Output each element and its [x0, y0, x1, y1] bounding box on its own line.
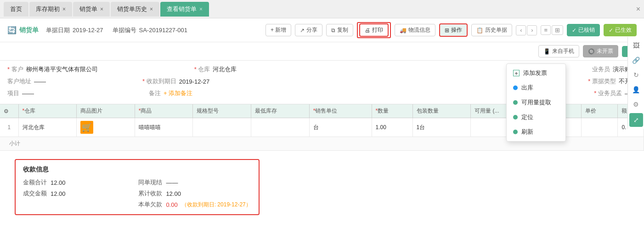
total-amount-value: 12.00 [51, 179, 66, 186]
tab-sales-history[interactable]: 销货单历史 × [111, 2, 159, 17]
tab-inventory-init[interactable]: 库存期初 × [29, 2, 72, 17]
tab-sales-close[interactable]: × [100, 6, 103, 12]
rotate-panel-button[interactable]: ↻ [629, 68, 643, 82]
new-button[interactable]: + 新增 [266, 24, 291, 36]
tab-bar: 首页 库存期初 × 销货单 × 销货单历史 × 查看销货单 × × [0, 0, 644, 18]
col-image: 商品图片 [77, 104, 135, 118]
warehouse-out-item[interactable]: 出库 [507, 80, 565, 95]
tab-sales-order[interactable]: 销货单 × [73, 2, 110, 17]
customer-label: 客户 [7, 65, 23, 74]
cell-unit-price [581, 118, 618, 137]
remark-field: 备注 + 添加备注 [149, 89, 192, 97]
expand-panel-button[interactable]: ⤢ [629, 113, 643, 127]
address-value: —— [34, 78, 46, 85]
tab-view-sales[interactable]: 查看销货单 × [160, 2, 209, 17]
total-amount-row: 金额合计 12.00 [23, 178, 136, 187]
staff-label: 业务员 [592, 65, 610, 74]
total-amount-label: 金额合计 [23, 178, 47, 187]
doc-type-label: 销货单 [19, 26, 39, 34]
address-field: 客户地址 —— [7, 77, 46, 85]
col-settings[interactable]: ⚙ [0, 104, 18, 118]
print-highlight: 🖨 打印 [357, 22, 391, 38]
link-panel-button[interactable]: 🔗 [629, 53, 643, 67]
add-invoice-icon: + [513, 70, 520, 76]
warehouse-out-icon [513, 85, 518, 90]
due-value: 0.00 [166, 201, 177, 208]
cancelled-label: 已核销 [578, 26, 595, 34]
doc-meta: 单据日期 2019-12-27 单据编号 SA-20191227-001 [46, 26, 187, 34]
refresh-item[interactable]: 刷新 [507, 125, 565, 139]
from-phone-button[interactable]: 📱 来自手机 [538, 45, 579, 57]
operations-label: 操作 [451, 26, 462, 34]
doc-number-label: 单据编号 [113, 26, 136, 34]
locate-item[interactable]: 定位 [507, 110, 565, 125]
due-date-value: 2019-12-27 [179, 78, 210, 85]
share-label: 分享 [306, 26, 317, 34]
ticket-label: 票据类型 [588, 77, 616, 85]
col-spec: 规格型号 [193, 104, 251, 118]
copy-button[interactable]: ⧉ 复制 [326, 24, 353, 36]
close-all-button[interactable]: × [636, 5, 640, 13]
nav-arrows: ‹ › [516, 25, 537, 35]
cell-warehouse: 河北仓库 [18, 118, 77, 137]
sales-icon: 🔄 [7, 26, 17, 34]
image-panel-button[interactable]: 🖼 [629, 39, 643, 52]
share-button[interactable]: ↗ 分享 [295, 24, 322, 36]
tab-home[interactable]: 首页 [4, 2, 28, 17]
print-icon: 🖨 [365, 27, 370, 34]
row-num: 1 [0, 118, 18, 137]
add-invoice-label: 添加发票 [523, 69, 547, 77]
grid-view-button[interactable]: ⊞ [552, 25, 563, 35]
customer-field: 客户 柳州粤港平安气体有限公司 [7, 65, 98, 74]
truck-icon: 🚚 [400, 27, 407, 34]
cancelled-button[interactable]: ✓ 已核销 [567, 24, 600, 36]
tab-history-label: 销货单历史 [117, 5, 147, 13]
tab-view-close[interactable]: × [199, 6, 203, 12]
doc-title: 🔄 销货单 [7, 26, 39, 34]
same-settlement-label: 同单现结 [138, 178, 162, 187]
effective-button[interactable]: ✓ 已生效 [604, 24, 637, 36]
tab-history-close[interactable]: × [150, 6, 153, 12]
nav-prev-button[interactable]: ‹ [516, 25, 526, 35]
print-label: 打印 [372, 26, 383, 34]
settings-panel-button[interactable]: ⚙ [629, 97, 643, 111]
nav-next-button[interactable]: › [527, 25, 537, 35]
transaction-row: 成交金额 12.00 [23, 189, 136, 198]
doc-date-field: 单据日期 2019-12-27 [46, 26, 103, 34]
logistics-button[interactable]: 🚚 物流信息 [395, 24, 435, 36]
col-warehouse: *仓库 [18, 104, 77, 118]
available-qty-item[interactable]: 可用量提取 [507, 95, 565, 110]
col-unit-price: 单价 [581, 104, 618, 118]
due-date-field: 收款到期日 2019-12-27 [142, 77, 209, 85]
add-invoice-item[interactable]: + 添加发票 [507, 66, 565, 80]
tab-inventory-close[interactable]: × [62, 6, 66, 12]
cell-image: 🛒 [77, 118, 135, 137]
col-unit: *销售单位 [309, 104, 372, 118]
print-button[interactable]: 🖨 打印 [359, 23, 389, 37]
operations-button[interactable]: ⊞ 操作 [439, 23, 468, 37]
cumulative-label: 累计收款 [138, 189, 162, 198]
operations-dropdown: + 添加发票 出库 可用量提取 定位 刷新 [506, 63, 566, 142]
refresh-label: 刷新 [521, 128, 533, 136]
product-image: 🛒 [80, 121, 93, 134]
same-settlement-row: 同单现结 —— [138, 178, 251, 187]
add-remark-btn[interactable]: + 添加备注 [164, 89, 192, 97]
list-view-button[interactable]: ≡ [541, 25, 551, 35]
doc-header: 🔄 销货单 单据日期 2019-12-27 单据编号 SA-20191227-0… [0, 18, 644, 42]
col-pack-qty: 包装数量 [412, 104, 471, 118]
doc-date-value: 2019-12-27 [73, 27, 103, 34]
address-label: 客户地址 [7, 77, 31, 85]
col-min-stock: 最低库存 [251, 104, 310, 118]
tab-sales-label: 销货单 [79, 5, 97, 13]
cell-pack-qty: 1台 [412, 118, 471, 137]
summary-grid: 金额合计 12.00 同单现结 —— 成交金额 12.00 累计收款 12.00 [23, 178, 251, 209]
not-open-button[interactable]: 🔘 未开票 [583, 45, 618, 57]
right-panel: 🖼 🔗 ↻ 👤 ⚙ ⤢ [627, 37, 644, 129]
history-button[interactable]: 📋 历史单据 [471, 24, 512, 36]
warehouse-out-label: 出库 [521, 84, 533, 92]
due-row: 本单欠款 0.00 （收款到期日: 2019-12-27） [138, 200, 251, 209]
user-panel-button[interactable]: 👤 [629, 83, 643, 97]
check-icon-effective: ✓ [609, 27, 613, 34]
due-date-label: 收款到期日 [142, 77, 176, 85]
not-open-icon: 🔘 [588, 48, 595, 55]
